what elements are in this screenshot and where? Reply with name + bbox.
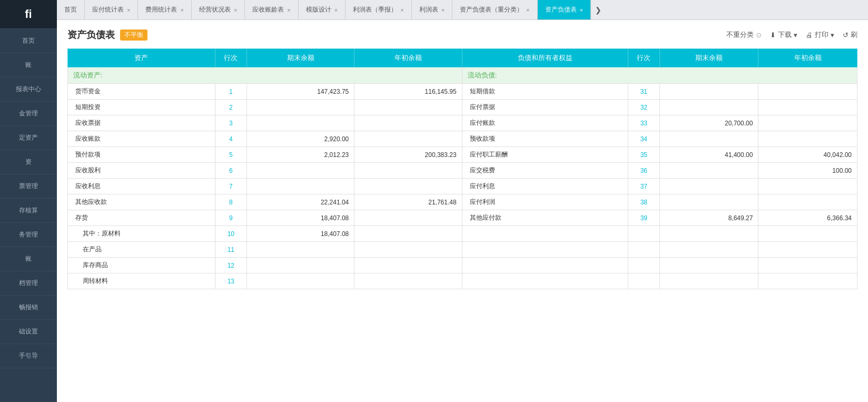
sidebar-item-account[interactable]: 账 xyxy=(0,53,57,77)
sidebar-item-guide[interactable]: 手引导 xyxy=(0,344,57,368)
sidebar-item-archive[interactable]: 档管理 xyxy=(0,271,57,296)
sidebar-item-settings[interactable]: 础设置 xyxy=(0,320,57,344)
asset-name[interactable]: 其中：原材料 xyxy=(68,226,215,242)
period-end-amount2[interactable] xyxy=(659,258,758,273)
asset-name[interactable]: 库存商品 xyxy=(68,258,215,273)
period-end-amount[interactable]: 147,423.75 xyxy=(246,84,354,100)
year-start-amount2[interactable] xyxy=(758,131,857,147)
year-start-amount[interactable] xyxy=(354,179,462,194)
liability-name[interactable]: 应付票据 xyxy=(462,100,628,115)
year-start-amount[interactable]: 116,145.95 xyxy=(354,84,462,100)
refresh-btn[interactable]: ↺ 刷 xyxy=(843,30,857,40)
year-start-amount[interactable]: 21,761.48 xyxy=(354,194,462,210)
period-end-amount2[interactable] xyxy=(659,100,758,115)
period-end-amount[interactable] xyxy=(246,115,354,131)
no-reclassify-btn[interactable]: 不重分类 ⊙ xyxy=(726,30,762,40)
period-end-amount2[interactable] xyxy=(659,131,758,147)
year-start-amount2[interactable] xyxy=(758,258,857,273)
asset-name[interactable]: 在产品 xyxy=(68,242,215,258)
liability-name[interactable]: 应交税费 xyxy=(462,163,628,179)
asset-name[interactable]: 货币资金 xyxy=(68,84,215,100)
tab-receivable-aging[interactable]: 应收账龄表 × xyxy=(245,0,298,20)
tab-scroll-right[interactable]: ❯ xyxy=(591,0,606,20)
close-tab-template[interactable]: × xyxy=(334,7,338,13)
sidebar-item-report-center[interactable]: 报表中心 xyxy=(0,77,57,102)
year-start-amount2[interactable] xyxy=(758,100,857,115)
tab-home[interactable]: 首页 xyxy=(57,0,85,20)
close-tab-reclassified[interactable]: × xyxy=(526,7,529,13)
period-end-amount2[interactable] xyxy=(659,226,758,242)
period-end-amount2[interactable]: 20,700.00 xyxy=(659,115,758,131)
period-end-amount[interactable]: 2,012.23 xyxy=(246,147,354,163)
tab-expense-stats[interactable]: 费用统计表 × xyxy=(138,0,191,20)
year-start-amount2[interactable] xyxy=(758,226,857,242)
year-start-amount[interactable] xyxy=(354,242,462,258)
year-start-amount[interactable] xyxy=(354,210,462,226)
period-end-amount[interactable] xyxy=(246,163,354,179)
period-end-amount[interactable]: 2,920.00 xyxy=(246,131,354,147)
year-start-amount2[interactable] xyxy=(758,194,857,210)
period-end-amount[interactable] xyxy=(246,100,354,115)
close-tab-aging[interactable]: × xyxy=(287,7,290,13)
tab-operations[interactable]: 经营状况表 × xyxy=(192,0,245,20)
asset-name[interactable]: 预付款项 xyxy=(68,147,215,163)
period-end-amount2[interactable]: 8,649.27 xyxy=(659,210,758,226)
year-start-amount2[interactable]: 100.00 xyxy=(758,163,857,179)
asset-name[interactable]: 其他应收款 xyxy=(68,194,215,210)
period-end-amount2[interactable] xyxy=(659,273,758,289)
year-start-amount[interactable] xyxy=(354,163,462,179)
period-end-amount[interactable]: 18,407.08 xyxy=(246,226,354,242)
liability-name[interactable]: 预收款项 xyxy=(462,131,628,147)
sidebar-item-business[interactable]: 务管理 xyxy=(0,223,57,247)
tab-payable-stats[interactable]: 应付统计表 × xyxy=(85,0,138,20)
tab-template[interactable]: 模版设计 × xyxy=(299,0,346,20)
asset-name[interactable]: 应收股利 xyxy=(68,163,215,179)
liability-name[interactable] xyxy=(462,273,628,289)
sidebar-item-ledger[interactable]: 账 xyxy=(0,247,57,271)
year-start-amount2[interactable] xyxy=(758,242,857,258)
asset-name[interactable]: 应收账款 xyxy=(68,131,215,147)
close-tab-profit[interactable]: × xyxy=(441,7,445,13)
tab-profit-quarterly[interactable]: 利润表（季报） × xyxy=(346,0,411,20)
print-btn[interactable]: 🖨 打印 ▾ xyxy=(806,30,834,40)
sidebar-item-expense[interactable]: 畅报销 xyxy=(0,296,57,320)
year-start-amount[interactable] xyxy=(354,131,462,147)
period-end-amount[interactable]: 22,241.04 xyxy=(246,194,354,210)
year-start-amount2[interactable]: 40,042.00 xyxy=(758,147,857,163)
close-tab-operations[interactable]: × xyxy=(234,7,237,13)
close-tab-payable[interactable]: × xyxy=(127,7,130,13)
period-end-amount[interactable] xyxy=(246,273,354,289)
period-end-amount[interactable]: 18,407.08 xyxy=(246,210,354,226)
year-start-amount[interactable] xyxy=(354,258,462,273)
sidebar-item-fund[interactable]: 金管理 xyxy=(0,102,57,126)
help-icon[interactable]: ⊙ xyxy=(756,31,762,39)
year-start-amount[interactable]: 200,383.23 xyxy=(354,147,462,163)
period-end-amount2[interactable] xyxy=(659,242,758,258)
period-end-amount2[interactable] xyxy=(659,163,758,179)
year-start-amount2[interactable] xyxy=(758,115,857,131)
sidebar-item-fixed-assets[interactable]: 定资产 xyxy=(0,126,57,150)
sidebar-item-ticket[interactable]: 票管理 xyxy=(0,174,57,199)
year-start-amount2[interactable]: 6,366.34 xyxy=(758,210,857,226)
liability-name[interactable]: 应付账款 xyxy=(462,115,628,131)
year-start-amount[interactable] xyxy=(354,226,462,242)
year-start-amount2[interactable] xyxy=(758,179,857,194)
asset-name[interactable]: 存货 xyxy=(68,210,215,226)
liability-name[interactable]: 应付利润 xyxy=(462,194,628,210)
liability-name[interactable] xyxy=(462,226,628,242)
year-start-amount2[interactable] xyxy=(758,273,857,289)
sidebar-item-inventory[interactable]: 存核算 xyxy=(0,199,57,223)
close-tab-expense[interactable]: × xyxy=(180,7,183,13)
period-end-amount2[interactable] xyxy=(659,194,758,210)
liability-name[interactable]: 应付利息 xyxy=(462,179,628,194)
tab-profit[interactable]: 利润表 × xyxy=(412,0,452,20)
period-end-amount2[interactable]: 41,400.00 xyxy=(659,147,758,163)
close-tab-balance[interactable]: × xyxy=(580,7,583,13)
asset-name[interactable]: 应收票据 xyxy=(68,115,215,131)
sidebar-item-home[interactable]: 首页 xyxy=(0,29,57,53)
liability-name[interactable] xyxy=(462,242,628,258)
period-end-amount[interactable] xyxy=(246,258,354,273)
asset-name[interactable]: 应收利息 xyxy=(68,179,215,194)
period-end-amount[interactable] xyxy=(246,179,354,194)
year-start-amount[interactable] xyxy=(354,273,462,289)
